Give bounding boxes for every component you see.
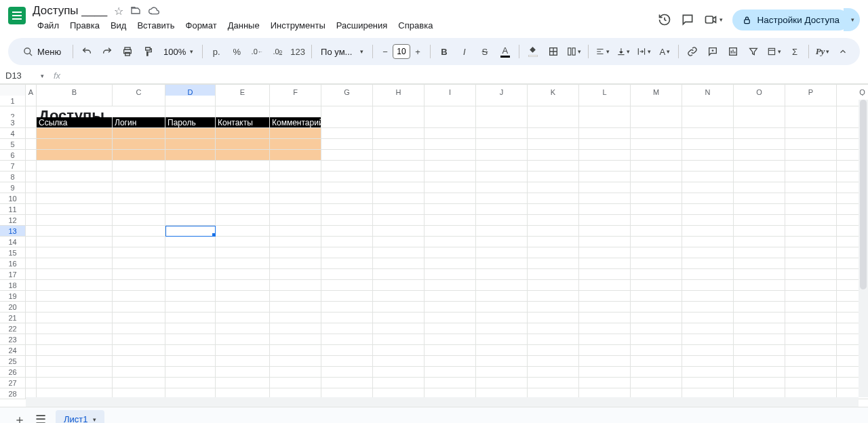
- font-select[interactable]: По ум... ▾: [317, 47, 368, 57]
- cell-I26[interactable]: [425, 367, 476, 378]
- row-header-15[interactable]: 15: [0, 247, 26, 258]
- cell-J15[interactable]: [476, 247, 528, 258]
- cell-F10[interactable]: [270, 193, 321, 204]
- cell-H22[interactable]: [373, 323, 425, 334]
- cell-L10[interactable]: [579, 193, 631, 204]
- cell-L27[interactable]: [579, 378, 631, 388]
- cell-D16[interactable]: [165, 258, 216, 269]
- cell-L8[interactable]: [579, 172, 631, 182]
- cell-E4[interactable]: [216, 128, 270, 139]
- cell-K13[interactable]: [528, 226, 579, 237]
- cell-J21[interactable]: [476, 313, 528, 323]
- cell-N22[interactable]: [682, 323, 734, 334]
- cell-N24[interactable]: [682, 345, 734, 356]
- cell-P26[interactable]: [785, 367, 837, 378]
- cell-D4[interactable]: [165, 128, 216, 139]
- cell-I17[interactable]: [425, 269, 476, 280]
- cell-L18[interactable]: [579, 280, 631, 291]
- cell-K4[interactable]: [528, 128, 579, 139]
- cell-I12[interactable]: [425, 215, 476, 226]
- cell-F26[interactable]: [270, 367, 321, 378]
- cell-H18[interactable]: [373, 280, 425, 291]
- cell-M18[interactable]: [631, 280, 682, 291]
- font-size-increase[interactable]: +: [410, 43, 425, 60]
- cell-K15[interactable]: [528, 247, 579, 258]
- cell-O19[interactable]: [734, 291, 785, 302]
- cell-O10[interactable]: [734, 193, 785, 204]
- cell-H16[interactable]: [373, 258, 425, 269]
- cell-K5[interactable]: [528, 139, 579, 150]
- cell-P5[interactable]: [785, 139, 837, 150]
- cell-H11[interactable]: [373, 204, 425, 215]
- cell-F9[interactable]: [270, 182, 321, 193]
- cell-J20[interactable]: [476, 302, 528, 313]
- cell-P19[interactable]: [785, 291, 837, 302]
- cell-D9[interactable]: [165, 182, 216, 193]
- cell-P18[interactable]: [785, 280, 837, 291]
- cell-B6[interactable]: [37, 150, 113, 161]
- percent-button[interactable]: %: [228, 42, 245, 61]
- paint-format-button[interactable]: [139, 42, 157, 61]
- row-header-13[interactable]: 13: [0, 226, 26, 237]
- cell-D15[interactable]: [165, 247, 216, 258]
- more-formats-button[interactable]: 123: [289, 42, 307, 61]
- cell-I15[interactable]: [425, 247, 476, 258]
- cell-A13[interactable]: [26, 226, 37, 237]
- cell-N10[interactable]: [682, 193, 734, 204]
- search-menus-button[interactable]: Меню: [16, 42, 68, 61]
- row-header-26[interactable]: 26: [0, 367, 26, 378]
- cell-J26[interactable]: [476, 367, 528, 378]
- cell-G11[interactable]: [321, 204, 373, 215]
- cell-E10[interactable]: [216, 193, 270, 204]
- comments-icon[interactable]: [681, 13, 694, 26]
- cell-G9[interactable]: [321, 182, 373, 193]
- cell-P22[interactable]: [785, 323, 837, 334]
- cell-P24[interactable]: [785, 345, 837, 356]
- cell-L4[interactable]: [579, 128, 631, 139]
- row-header-19[interactable]: 19: [0, 291, 26, 302]
- row-header-20[interactable]: 20: [0, 302, 26, 313]
- cell-P15[interactable]: [785, 247, 837, 258]
- cell-B27[interactable]: [37, 378, 113, 388]
- cell-D1[interactable]: [165, 96, 216, 106]
- cell-P23[interactable]: [785, 334, 837, 345]
- cell-P14[interactable]: [785, 237, 837, 247]
- cell-B3[interactable]: Ссылка: [37, 117, 113, 128]
- cell-F27[interactable]: [270, 378, 321, 388]
- cell-F4[interactable]: [270, 128, 321, 139]
- cell-O23[interactable]: [734, 334, 785, 345]
- cell-L20[interactable]: [579, 302, 631, 313]
- cell-C25[interactable]: [113, 356, 165, 367]
- cell-F5[interactable]: [270, 139, 321, 150]
- cell-M25[interactable]: [631, 356, 682, 367]
- cell-D26[interactable]: [165, 367, 216, 378]
- cell-K27[interactable]: [528, 378, 579, 388]
- row-header-12[interactable]: 12: [0, 215, 26, 226]
- cell-E12[interactable]: [216, 215, 270, 226]
- cell-B17[interactable]: [37, 269, 113, 280]
- cell-E25[interactable]: [216, 356, 270, 367]
- cell-E6[interactable]: [216, 150, 270, 161]
- cell-J18[interactable]: [476, 280, 528, 291]
- italic-button[interactable]: I: [456, 42, 473, 61]
- cell-C8[interactable]: [113, 172, 165, 182]
- cell-P7[interactable]: [785, 161, 837, 172]
- cell-J17[interactable]: [476, 269, 528, 280]
- cell-I5[interactable]: [425, 139, 476, 150]
- collapse-toolbar-button[interactable]: [834, 42, 852, 61]
- cell-P9[interactable]: [785, 182, 837, 193]
- cell-F12[interactable]: [270, 215, 321, 226]
- cell-H26[interactable]: [373, 367, 425, 378]
- cell-K10[interactable]: [528, 193, 579, 204]
- menu-data[interactable]: Данные: [223, 19, 264, 32]
- menu-format[interactable]: Формат: [181, 19, 222, 32]
- functions-button[interactable]: Σ: [786, 42, 804, 61]
- cell-P17[interactable]: [785, 269, 837, 280]
- cell-E27[interactable]: [216, 378, 270, 388]
- cell-A10[interactable]: [26, 193, 37, 204]
- cell-C23[interactable]: [113, 334, 165, 345]
- cell-I1[interactable]: [425, 96, 476, 106]
- cell-A27[interactable]: [26, 378, 37, 388]
- cell-G17[interactable]: [321, 269, 373, 280]
- cell-M5[interactable]: [631, 139, 682, 150]
